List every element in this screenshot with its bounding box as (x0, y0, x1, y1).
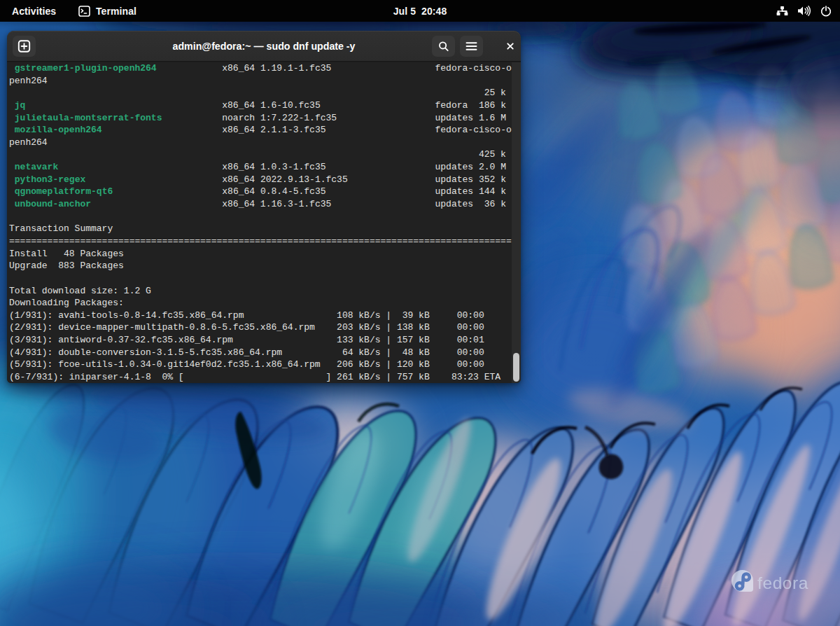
svg-text:fedora: fedora (757, 573, 808, 592)
